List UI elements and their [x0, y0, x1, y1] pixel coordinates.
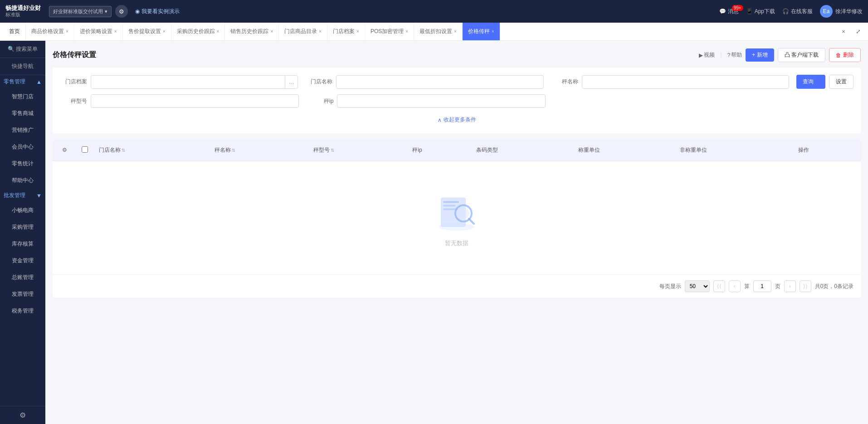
- th-store-name: 门店名称 ⇅: [93, 139, 209, 161]
- filter-card: 门店档案 ... 门店名称 秤名称 查: [53, 67, 861, 134]
- column-settings-button[interactable]: ⚙: [58, 144, 71, 156]
- sidebar-item-member[interactable]: 会员中心: [0, 139, 45, 155]
- video-link[interactable]: ▶ 视频: [699, 51, 715, 59]
- tab-pos-management[interactable]: POS加密管理 ×: [365, 23, 414, 41]
- page-header: 价格传秤设置 ▶ 视频 | ? 帮助 + 新增 凸 客户端下载 🗑: [53, 48, 861, 62]
- settings-icon[interactable]: ⚙: [115, 5, 128, 18]
- sort-scale-model[interactable]: 秤型号 ⇅: [313, 146, 401, 154]
- user-menu-button[interactable]: Ea 徐泽华修改: [820, 5, 863, 18]
- add-button[interactable]: + 新增: [746, 48, 774, 62]
- filter-scale-ip: 秤ip: [306, 94, 545, 108]
- store-archive-picker-button[interactable]: ...: [285, 76, 297, 88]
- scale-ip-input[interactable]: [337, 94, 545, 108]
- total-info: 共0页，0条记录: [815, 283, 853, 290]
- store-archive-input[interactable]: [91, 76, 285, 88]
- video-icon: ▶: [699, 52, 703, 58]
- sidebar-item-finance[interactable]: 资金管理: [0, 252, 45, 269]
- avatar: Ea: [820, 5, 833, 18]
- tab-close-purchase-history[interactable]: ×: [217, 29, 219, 34]
- content-area: 价格传秤设置 ▶ 视频 | ? 帮助 + 新增 凸 客户端下载 🗑: [45, 41, 868, 424]
- tab-store-catalog[interactable]: 门店商品目录 ×: [279, 23, 327, 41]
- tab-store-archive[interactable]: 门店档案 ×: [327, 23, 365, 41]
- select-all-checkbox[interactable]: [82, 146, 88, 153]
- sidebar-quick-nav[interactable]: 快捷导航: [0, 58, 45, 75]
- th-scale-model: 秤型号 ⇅: [308, 139, 407, 161]
- tab-close-all-button[interactable]: ×: [837, 25, 850, 38]
- query-button[interactable]: 查询: [796, 75, 825, 89]
- collapse-button[interactable]: ∧ 收起更多条件: [60, 113, 853, 126]
- sidebar-item-retail-mall[interactable]: 零售商城: [0, 105, 45, 122]
- sort-store-name[interactable]: 门店名称 ⇅: [99, 146, 204, 154]
- tab-price-transfer[interactable]: 价格传秤 ×: [463, 23, 500, 41]
- download-button[interactable]: 凸 客户端下载: [778, 48, 825, 62]
- page-unit: 页: [775, 283, 780, 290]
- col-checkbox: [76, 139, 93, 161]
- tab-min-discount[interactable]: 最低折扣设置 ×: [414, 23, 463, 41]
- first-page-button[interactable]: ⟨⟨: [713, 280, 725, 292]
- svg-rect-3: [443, 205, 456, 207]
- empty-state: 暂无数据: [53, 161, 861, 275]
- online-service-button[interactable]: 🎧 在线客服: [782, 8, 813, 15]
- per-page-label: 每页显示: [659, 283, 681, 290]
- sidebar-item-general-ledger[interactable]: 总账管理: [0, 269, 45, 286]
- page-number-input[interactable]: [753, 280, 771, 292]
- scale-model-input[interactable]: [91, 94, 299, 108]
- tab-close-sale-price[interactable]: ×: [163, 29, 166, 34]
- sidebar-item-tax[interactable]: 税务管理: [0, 303, 45, 319]
- tab-goods-price[interactable]: 商品价格设置 ×: [26, 23, 74, 41]
- store-name-input[interactable]: [336, 75, 543, 89]
- messages-button[interactable]: 💬 消息 99+: [719, 8, 739, 15]
- tab-purchase-history[interactable]: 采购历史价跟踪 ×: [171, 23, 225, 41]
- sidebar-section-wholesale[interactable]: 批发管理 ▼: [0, 189, 45, 202]
- tab-purchase-strategy[interactable]: 进价策略设置 ×: [74, 23, 123, 41]
- headset-icon: 🎧: [782, 8, 789, 14]
- tab-home[interactable]: 首页: [4, 23, 26, 41]
- sidebar: 🔍 搜索菜单 快捷导航 零售管理 ▲ 智慧门店 零售商城 营销推广 会员中心 零…: [0, 41, 45, 424]
- tab-close-goods-price[interactable]: ×: [66, 29, 68, 34]
- sidebar-item-retail-stats[interactable]: 零售统计: [0, 155, 45, 172]
- filter-store-name-label: 门店名称: [305, 78, 332, 86]
- table-header-row: ⚙ 门店名称 ⇅ 秤名称: [53, 139, 861, 161]
- help-link[interactable]: ? 帮助: [727, 51, 742, 59]
- tab-sales-history[interactable]: 销售历史价跟踪 ×: [225, 23, 279, 41]
- demo-link[interactable]: ◉ 我要看实例演示: [135, 8, 180, 15]
- version-selector[interactable]: 好业财标准版交付试用 ▾: [49, 6, 112, 17]
- tab-close-store-archive[interactable]: ×: [356, 29, 359, 34]
- settings-button[interactable]: 设置: [829, 75, 853, 89]
- sidebar-item-smart-store[interactable]: 智慧门店: [0, 88, 45, 105]
- sidebar-item-inventory[interactable]: 库存核算: [0, 236, 45, 252]
- tab-close-min-discount[interactable]: ×: [454, 29, 457, 34]
- filter-store-archive-label: 门店档案: [60, 78, 87, 86]
- empty-illustration: [429, 188, 484, 234]
- sidebar-item-marketing[interactable]: 营销推广: [0, 122, 45, 139]
- scale-name-input[interactable]: [582, 75, 789, 89]
- collapse-icon: ∧: [438, 117, 442, 123]
- sidebar-section-retail[interactable]: 零售管理 ▲: [0, 75, 45, 88]
- sidebar-item-ecommerce[interactable]: 小畅电商: [0, 202, 45, 219]
- pagination: 每页显示 10 20 50 100 ⟨⟨ ‹ 算 页 › ⟩⟩ 共0页，0条记录: [53, 275, 861, 298]
- filter-scale-ip-label: 秤ip: [306, 97, 333, 105]
- delete-button[interactable]: 🗑 删除: [829, 48, 861, 62]
- tab-close-store-catalog[interactable]: ×: [319, 29, 322, 34]
- sidebar-item-purchase[interactable]: 采购管理: [0, 219, 45, 236]
- sidebar-search[interactable]: 🔍 搜索菜单: [0, 41, 45, 58]
- sidebar-item-help[interactable]: 帮助中心: [0, 172, 45, 189]
- page-label: 算: [744, 283, 750, 290]
- trash-icon: 🗑: [836, 52, 841, 58]
- svg-rect-2: [443, 201, 459, 203]
- tab-sale-price[interactable]: 售价提取设置 ×: [123, 23, 171, 41]
- sort-scale-name[interactable]: 秤名称 ⇅: [215, 146, 302, 154]
- per-page-select[interactable]: 10 20 50 100: [685, 280, 710, 292]
- svg-point-6: [458, 207, 469, 219]
- tab-expand-button[interactable]: ⤢: [852, 25, 864, 38]
- app-download-button[interactable]: 📱 App下载: [746, 8, 775, 15]
- prev-page-button[interactable]: ‹: [729, 280, 741, 292]
- sidebar-settings-button[interactable]: ⚙: [4, 411, 42, 419]
- next-page-button[interactable]: ›: [784, 280, 796, 292]
- tab-close-sales-history[interactable]: ×: [270, 29, 273, 34]
- tab-close-pos[interactable]: ×: [405, 29, 408, 34]
- tab-close-purchase-strategy[interactable]: ×: [114, 29, 117, 34]
- sidebar-item-invoice[interactable]: 发票管理: [0, 286, 45, 303]
- last-page-button[interactable]: ⟩⟩: [800, 280, 811, 292]
- tab-close-price-transfer[interactable]: ×: [492, 29, 494, 34]
